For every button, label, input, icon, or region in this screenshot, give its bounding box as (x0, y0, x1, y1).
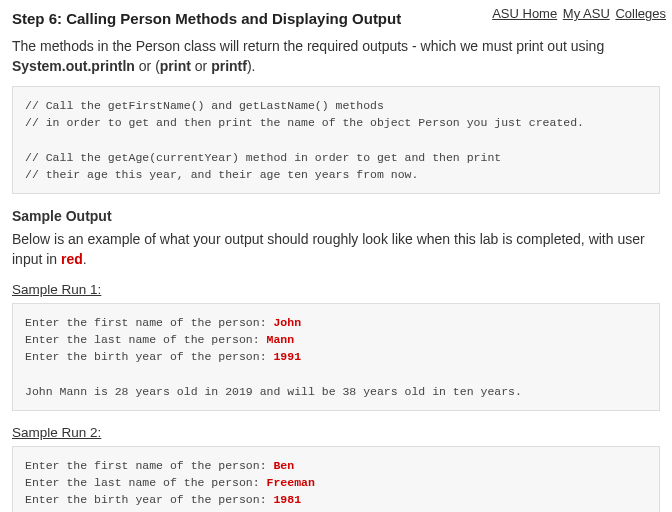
nav-my-asu[interactable]: My ASU (563, 6, 610, 21)
run2-line3: Enter the birth year of the person: 1981 (25, 491, 647, 508)
code-comments-box: // Call the getFirstName() and getLastNa… (12, 86, 660, 194)
run2-blank (25, 509, 647, 512)
run1-blank (25, 365, 647, 382)
sample-run-1-box: Enter the first name of the person: John… (12, 303, 660, 411)
intro-text-post: ). (247, 58, 256, 74)
intro-bold-print: print (160, 58, 191, 74)
below-red-word: red (61, 251, 83, 267)
run1-line3: Enter the birth year of the person: 1991 (25, 348, 647, 365)
run2-prompt2: Enter the last name of the person: (25, 476, 267, 489)
sample-output-heading: Sample Output (12, 208, 660, 224)
run1-prompt2: Enter the last name of the person: (25, 333, 267, 346)
run2-prompt1: Enter the first name of the person: (25, 459, 273, 472)
run1-prompt3: Enter the birth year of the person: (25, 350, 273, 363)
run2-line2: Enter the last name of the person: Freem… (25, 474, 647, 491)
below-text-pre: Below is an example of what your output … (12, 231, 645, 267)
run2-input3: 1981 (273, 493, 301, 506)
run1-input1: John (273, 316, 301, 329)
nav-colleges[interactable]: Colleges (615, 6, 666, 21)
intro-text-mid2: or (191, 58, 211, 74)
run1-summary: John Mann is 28 years old in 2019 and wi… (25, 383, 647, 400)
run2-line1: Enter the first name of the person: Ben (25, 457, 647, 474)
run2-input2: Freeman (267, 476, 315, 489)
intro-bold-printf: printf (211, 58, 247, 74)
run2-prompt3: Enter the birth year of the person: (25, 493, 273, 506)
run1-line1: Enter the first name of the person: John (25, 314, 647, 331)
intro-text-pre: The methods in the Person class will ret… (12, 38, 604, 54)
run1-input2: Mann (267, 333, 295, 346)
run2-input1: Ben (273, 459, 294, 472)
top-nav: ASU Home My ASU Colleges (490, 6, 666, 21)
nav-asu-home[interactable]: ASU Home (492, 6, 557, 21)
intro-bold-println: System.out.println (12, 58, 135, 74)
run1-line2: Enter the last name of the person: Mann (25, 331, 647, 348)
intro-paragraph: The methods in the Person class will ret… (12, 37, 660, 76)
run1-input3: 1991 (273, 350, 301, 363)
below-paragraph: Below is an example of what your output … (12, 230, 660, 269)
run1-prompt1: Enter the first name of the person: (25, 316, 273, 329)
sample-run-2-label: Sample Run 2: (12, 425, 660, 440)
intro-text-mid1: or ( (135, 58, 160, 74)
sample-run-2-box: Enter the first name of the person: Ben … (12, 446, 660, 512)
below-text-post: . (83, 251, 87, 267)
sample-run-1-label: Sample Run 1: (12, 282, 660, 297)
